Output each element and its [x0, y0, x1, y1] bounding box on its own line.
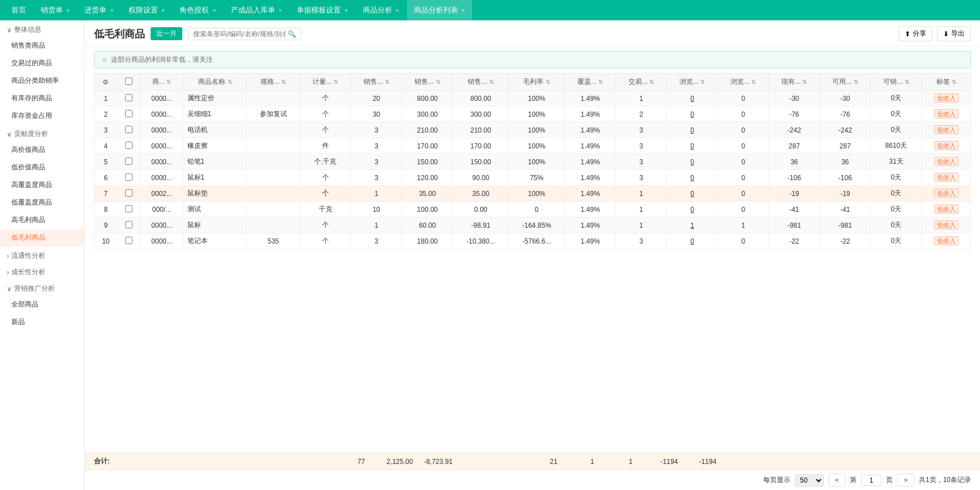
row-checkbox[interactable]: [117, 233, 140, 249]
row-tag: 低收入: [922, 218, 971, 233]
nav-home[interactable]: 首页: [5, 0, 33, 20]
sidebar-item-sales-products[interactable]: 销售类商品: [0, 37, 84, 54]
col-saleable[interactable]: 可销... ⇅: [871, 74, 922, 91]
col-qty[interactable]: 销售... ⇅: [351, 74, 402, 91]
sidebar-item-new-products[interactable]: 新品: [0, 313, 84, 331]
col-unit[interactable]: 计量... ⇅: [300, 74, 351, 91]
row-checkbox[interactable]: [117, 186, 140, 202]
row-unit: 个: [300, 106, 351, 122]
close-icon[interactable]: ×: [279, 7, 282, 14]
nav-permissions[interactable]: 权限设置 ×: [122, 0, 172, 20]
row-trade: 2: [616, 106, 667, 122]
search-input[interactable]: [193, 30, 285, 38]
col-available[interactable]: 可用... ⇅: [820, 74, 871, 91]
row-no: 5: [95, 154, 118, 170]
col-tag[interactable]: 标签 ⇅: [922, 74, 971, 91]
col-name[interactable]: 商品名称 ⇅: [183, 74, 247, 91]
page-number-input[interactable]: [861, 475, 881, 486]
sidebar-item-low-coverage[interactable]: 低覆盖度商品: [0, 194, 84, 211]
sidebar-group-overall[interactable]: ∨ 整体信息: [0, 20, 84, 37]
sidebar-group-marketing[interactable]: ∨ 营销推广分析: [0, 279, 84, 296]
search-icon[interactable]: 🔍: [288, 30, 296, 38]
close-icon[interactable]: ×: [396, 7, 399, 14]
table-row: 1 0000... 属性定价 个 20 800.00 800.00 100% 1…: [95, 91, 971, 106]
row-price: 100.00: [402, 202, 453, 218]
table-row: 7 0002... 鼠标垫 个 1 35.00 35.00 100% 1.49%…: [95, 186, 971, 202]
col-price[interactable]: 销售... ⇅: [402, 74, 453, 91]
nav-template-settings[interactable]: 单据模板设置 ×: [290, 0, 354, 20]
row-checkbox[interactable]: [117, 170, 140, 186]
row-code: 0000...: [140, 122, 183, 138]
col-checkbox[interactable]: [117, 74, 140, 91]
table-row: 3 0000... 电话机 个 3 210.00 210.00 100% 1.4…: [95, 122, 971, 138]
sidebar-item-low-value[interactable]: 低价值商品: [0, 159, 84, 176]
col-amount[interactable]: 销售... ⇅: [453, 74, 508, 91]
row-gross-rate: 100%: [508, 138, 564, 154]
nav-purchase-order[interactable]: 进货单 ×: [78, 0, 120, 20]
nav-product-analysis-list[interactable]: 商品分析列表 ×: [407, 0, 472, 20]
col-coverage[interactable]: 覆盖... ⇅: [565, 74, 616, 91]
share-button[interactable]: ⬆ 分享: [898, 26, 932, 41]
next-page-button[interactable]: ＞: [897, 474, 914, 487]
row-checkbox[interactable]: [117, 106, 140, 122]
sidebar-group-contribution[interactable]: ∨ 贡献度分析: [0, 125, 84, 141]
close-icon[interactable]: ×: [161, 7, 165, 14]
row-checkbox[interactable]: [117, 91, 140, 106]
sidebar-item-category-rate[interactable]: 商品分类助销率: [0, 72, 84, 90]
row-stock: -30: [769, 91, 820, 106]
col-spec[interactable]: 规格... ⇅: [247, 74, 300, 91]
col-stock[interactable]: 现有... ⇅: [769, 74, 820, 91]
row-checkbox[interactable]: [117, 202, 140, 218]
col-trade[interactable]: 交易... ⇅: [616, 74, 667, 91]
sidebar-item-all-products[interactable]: 全部商品: [0, 296, 84, 313]
row-available: -41: [820, 202, 871, 218]
total-price: 2,125.00: [383, 458, 417, 466]
time-filter-button[interactable]: 近一月: [151, 27, 182, 40]
row-stock: -106: [769, 170, 820, 186]
row-browse2: 0: [718, 106, 769, 122]
sidebar-item-high-value[interactable]: 高价值商品: [0, 141, 84, 159]
close-icon[interactable]: ×: [110, 7, 113, 14]
sidebar-group-growth[interactable]: › 成长性分析: [0, 263, 84, 279]
close-icon[interactable]: ×: [461, 7, 465, 14]
nav-product-analysis[interactable]: 商品分析 ×: [356, 0, 406, 20]
row-checkbox[interactable]: [117, 138, 140, 154]
row-gross-rate: 75%: [508, 170, 564, 186]
sidebar-item-high-coverage[interactable]: 高覆盖度商品: [0, 176, 84, 194]
sidebar-item-high-margin[interactable]: 高毛利商品: [0, 211, 84, 229]
select-all-checkbox[interactable]: [125, 78, 132, 85]
per-page-select[interactable]: 50 100 200: [795, 474, 824, 487]
col-browse2[interactable]: 浏览... ⇅: [718, 74, 769, 91]
sidebar-item-stock-capital[interactable]: 库存资金占用: [0, 107, 84, 125]
col-settings[interactable]: ⚙: [95, 74, 118, 91]
row-code: 000/...: [140, 202, 183, 218]
row-unit: 个: [300, 91, 351, 106]
sidebar-item-low-margin[interactable]: 低毛利商品: [0, 229, 84, 246]
row-checkbox[interactable]: [117, 154, 140, 170]
table-header-row: ⚙ 商... ⇅ 商品名称 ⇅ 规格... ⇅ 计量... ⇅ 销售... ⇅ …: [95, 74, 971, 91]
col-code[interactable]: 商... ⇅: [140, 74, 183, 91]
prev-page-button[interactable]: ＜: [828, 474, 845, 487]
row-coverage: 1.49%: [565, 154, 616, 170]
row-price: 150.00: [402, 154, 453, 170]
close-icon[interactable]: ×: [66, 7, 70, 14]
row-checkbox[interactable]: [117, 218, 140, 233]
col-browse1[interactable]: 浏览... ⇅: [667, 74, 718, 91]
nav-role-auth[interactable]: 角色授权 ×: [173, 0, 222, 20]
export-button[interactable]: ⬇ 导出: [937, 26, 971, 41]
row-checkbox[interactable]: [117, 122, 140, 138]
nav-product-inbound[interactable]: 产成品入库单 ×: [224, 0, 289, 20]
row-coverage: 1.49%: [565, 202, 616, 218]
close-icon[interactable]: ×: [344, 7, 348, 14]
sidebar-group-circulation[interactable]: › 流通性分析: [0, 246, 84, 263]
nav-sales-order[interactable]: 销货单 ×: [34, 0, 76, 20]
sidebar-item-stocked-products[interactable]: 有库存的商品: [0, 90, 84, 107]
close-icon[interactable]: ×: [212, 7, 216, 14]
sidebar-item-traded-products[interactable]: 交易过的商品: [0, 54, 84, 72]
info-icon: ☆: [101, 56, 108, 64]
row-stock: 36: [769, 154, 820, 170]
row-trade: 3: [616, 170, 667, 186]
col-gross-rate[interactable]: 毛利率 ⇅: [508, 74, 564, 91]
row-coverage: 1.49%: [565, 122, 616, 138]
row-browse2: 0: [718, 91, 769, 106]
